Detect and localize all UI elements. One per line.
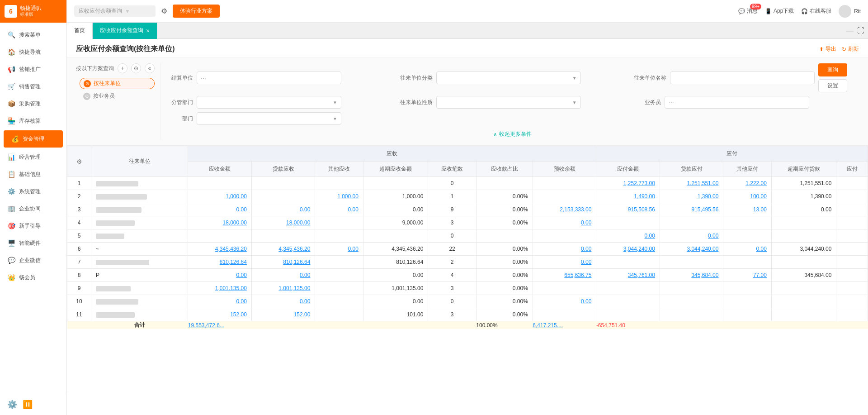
link-value[interactable]: 0.00 (756, 246, 767, 252)
data-cell[interactable] (251, 190, 315, 203)
data-cell[interactable]: 0.00 (315, 243, 363, 256)
link-value[interactable]: 0.00 (300, 272, 310, 278)
message-action[interactable]: 💬 消息 99+ (738, 7, 758, 15)
data-cell[interactable]: 3,044,240.00 (660, 243, 723, 256)
data-cell[interactable]: 1,251,551.00 (660, 177, 723, 190)
data-cell[interactable]: 0.00 (660, 229, 723, 243)
data-cell[interactable]: 1,252,773.00 (596, 177, 660, 190)
data-cell[interactable]: 18,000.00 (188, 216, 252, 229)
data-cell[interactable]: 4,345,436.20 (251, 243, 315, 256)
link-value[interactable]: 1,252,773.00 (623, 180, 655, 186)
settings-footer-icon[interactable]: ⚙️ (7, 400, 17, 410)
data-cell[interactable]: 0.00 (251, 203, 315, 216)
footer-prepaid[interactable]: 6,417,215.... (533, 321, 596, 329)
data-cell[interactable]: 0.00 (315, 203, 363, 216)
data-cell[interactable] (315, 269, 363, 282)
gear-icon[interactable]: ⚙ (161, 7, 167, 15)
tab-home[interactable]: 首页 (67, 23, 93, 39)
app-download-action[interactable]: 📱 App下载 (765, 7, 794, 15)
sidebar-item-member[interactable]: 👑 畅会员 (0, 269, 66, 286)
data-cell[interactable]: 0.00 (533, 256, 596, 269)
table-container[interactable]: ⚙ 往来单位 应收 应付 应收金额 贷款应收 其他应收 超期应收金额 应收笔数 … (67, 146, 868, 415)
online-service-action[interactable]: 🎧 在线客服 (801, 7, 831, 15)
link-value[interactable]: 0.00 (348, 206, 359, 213)
link-value[interactable]: 810,126.64 (283, 259, 310, 265)
data-cell[interactable] (596, 308, 660, 321)
data-cell[interactable] (533, 229, 596, 243)
data-cell[interactable] (188, 177, 252, 190)
link-value[interactable]: 0.00 (348, 246, 359, 252)
data-cell[interactable] (723, 282, 771, 295)
link-value[interactable]: 0.00 (300, 298, 310, 305)
link-value[interactable]: 2,153,333.00 (560, 206, 591, 213)
link-value[interactable]: 77.00 (753, 272, 767, 278)
sidebar-item-search[interactable]: 🔍 搜索菜单 (0, 26, 66, 43)
link-value[interactable]: 4,345,436.20 (215, 246, 247, 252)
data-cell[interactable] (251, 229, 315, 243)
link-value[interactable]: 1,001,135.00 (278, 285, 310, 291)
data-cell[interactable] (533, 282, 596, 295)
table-settings-icon[interactable]: ⚙ (76, 158, 82, 165)
link-value[interactable]: 1,222.00 (745, 180, 767, 186)
collapse-scheme-button[interactable]: « (145, 63, 155, 73)
tab-minimize-icon[interactable]: — (846, 27, 854, 35)
data-cell[interactable]: 0.00 (533, 295, 596, 308)
tab-close-icon[interactable]: × (146, 27, 150, 34)
scheme-by-staff[interactable]: ⊙ 按业务员 (80, 91, 155, 101)
data-cell[interactable]: 0.00 (533, 243, 596, 256)
data-cell[interactable]: 0.00 (533, 216, 596, 229)
link-value[interactable]: 655,636.75 (564, 272, 591, 278)
link-value[interactable]: 810,126.64 (220, 259, 247, 265)
data-cell[interactable] (596, 256, 660, 269)
data-cell[interactable] (660, 216, 723, 229)
collapse-button[interactable]: ∧ 收起更多条件 (166, 129, 859, 140)
data-cell[interactable] (596, 295, 660, 308)
link-value[interactable]: 3,044,240.00 (687, 246, 718, 252)
data-cell[interactable]: 655,636.75 (533, 269, 596, 282)
sidebar-item-basic[interactable]: 📋 基础信息 (0, 166, 66, 183)
data-cell[interactable]: 0.00 (251, 295, 315, 308)
data-cell[interactable]: 345,761.00 (596, 269, 660, 282)
data-cell[interactable]: 152.00 (251, 308, 315, 321)
link-value[interactable]: 0.00 (581, 219, 591, 226)
link-value[interactable]: 1,490.00 (634, 193, 655, 200)
link-value[interactable]: 0.00 (236, 206, 246, 213)
data-cell[interactable]: 0.00 (188, 295, 252, 308)
link-value[interactable]: 0.00 (581, 246, 591, 252)
sidebar-item-sales[interactable]: 🛒 销售管理 (0, 78, 66, 95)
sidebar-item-marketing[interactable]: 📢 营销推广 (0, 61, 66, 78)
link-value[interactable]: 0.00 (236, 298, 246, 305)
data-cell[interactable] (660, 308, 723, 321)
sidebar-item-quicknav[interactable]: 🏠 快捷导航 (0, 43, 66, 61)
sidebar-item-enterprise[interactable]: 🏢 企业协同 (0, 200, 66, 217)
data-cell[interactable]: 13.00 (723, 203, 771, 216)
link-value[interactable]: 1,390.00 (698, 193, 719, 200)
data-cell[interactable] (723, 308, 771, 321)
data-cell[interactable]: 0.00 (596, 229, 660, 243)
dept-select[interactable]: ▼ (197, 112, 341, 125)
data-cell[interactable] (315, 229, 363, 243)
sidebar-item-wechat[interactable]: 💬 企业微信 (0, 252, 66, 269)
data-cell[interactable]: 810,126.64 (188, 256, 252, 269)
footer-recv-total[interactable]: 19,553,472,6... (188, 321, 252, 329)
data-cell[interactable]: 4,345,436.20 (188, 243, 252, 256)
refresh-button[interactable]: ↻ 刷新 (842, 45, 859, 53)
data-cell[interactable] (188, 229, 252, 243)
data-cell[interactable] (315, 216, 363, 229)
data-cell[interactable]: 77.00 (723, 269, 771, 282)
data-cell[interactable] (596, 216, 660, 229)
tab-arap[interactable]: 应收应付余额查询 × (93, 23, 157, 39)
link-value[interactable]: 915,495.56 (691, 206, 718, 213)
data-cell[interactable] (723, 256, 771, 269)
link-value[interactable]: 18,000.00 (286, 219, 310, 226)
data-cell[interactable]: 1,222.00 (723, 177, 771, 190)
link-value[interactable]: 18,000.00 (222, 219, 246, 226)
sidebar-item-system[interactable]: ⚙️ 系统管理 (0, 183, 66, 200)
data-cell[interactable]: 0.00 (188, 203, 252, 216)
link-value[interactable]: 100.00 (750, 193, 767, 200)
add-scheme-button[interactable]: + (118, 63, 127, 73)
link-value[interactable]: 1,000.00 (226, 193, 247, 200)
link-value[interactable]: 1,000.00 (337, 193, 359, 200)
data-cell[interactable] (723, 295, 771, 308)
data-cell[interactable]: 0.00 (188, 269, 252, 282)
